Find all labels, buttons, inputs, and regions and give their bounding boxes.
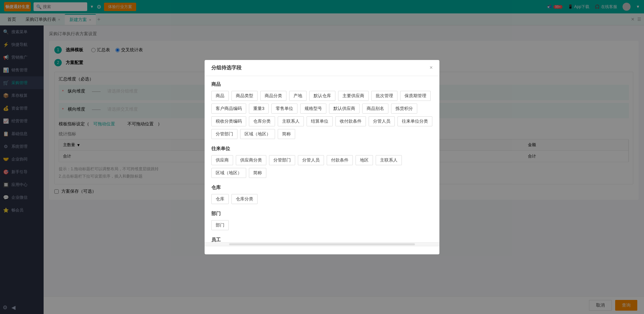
field-tag-partner-person[interactable]: 分管人员 bbox=[298, 155, 324, 165]
field-tag-partner-abbr[interactable]: 简称 bbox=[249, 168, 266, 178]
section-warehouse-title: 仓库 bbox=[211, 185, 433, 191]
section-dept-title: 部门 bbox=[211, 211, 433, 217]
field-tag-customer-code[interactable]: 客户商品编码 bbox=[211, 104, 246, 114]
modal-hscroll[interactable] bbox=[205, 242, 439, 246]
section-warehouse: 仓库 仓库 仓库分类 bbox=[211, 185, 433, 204]
field-select-modal: 分组待选字段 × 商品 商品 商品类型 商品分类 产地 默认仓库 主要供应商 批… bbox=[205, 60, 439, 254]
field-tag-partner-payment[interactable]: 付款条件 bbox=[327, 155, 353, 165]
section-partner-tags: 供应商 供应商分类 分管部门 分管人员 付款条件 地区 主联系人 区域（地区） … bbox=[211, 155, 433, 178]
field-tag-region[interactable]: 区域（地区） bbox=[240, 129, 275, 139]
field-tag-spec-model[interactable]: 规格型号 bbox=[300, 104, 326, 114]
field-tag-manager[interactable]: 分管人员 bbox=[369, 116, 395, 126]
section-partner-title: 往来单位 bbox=[211, 146, 433, 152]
field-tag-warehouse-category[interactable]: 仓库分类 bbox=[249, 116, 275, 126]
field-tag-warehouse[interactable]: 仓库 bbox=[211, 194, 229, 204]
section-employee-title: 员工 bbox=[211, 237, 433, 243]
field-tag-default-supplier[interactable]: 默认供应商 bbox=[329, 104, 360, 114]
section-goods-tags: 商品 商品类型 商品分类 产地 默认仓库 主要供应商 批次管理 保质期管理 客户… bbox=[211, 91, 433, 139]
field-tag-abbr[interactable]: 简称 bbox=[278, 129, 295, 139]
field-tag-supplier-category[interactable]: 供应商分类 bbox=[236, 155, 266, 165]
modal-body: 商品 商品 商品类型 商品分类 产地 默认仓库 主要供应商 批次管理 保质期管理… bbox=[205, 76, 439, 243]
field-tag-shelf-life[interactable]: 保质期管理 bbox=[400, 91, 431, 101]
field-tag-dept[interactable]: 部门 bbox=[211, 220, 229, 230]
field-tag-payment-terms[interactable]: 收付款条件 bbox=[335, 116, 366, 126]
modal-footer bbox=[205, 246, 439, 254]
field-tag-tax-code[interactable]: 税收分类编码 bbox=[211, 116, 246, 126]
field-tag-partner-dept[interactable]: 分管部门 bbox=[269, 155, 295, 165]
modal-header: 分组待选字段 × bbox=[205, 60, 439, 76]
field-tag-batch-manage[interactable]: 批次管理 bbox=[371, 91, 397, 101]
field-tag-warehouse-cat[interactable]: 仓库分类 bbox=[231, 194, 258, 204]
field-tag-partner-category[interactable]: 往来单位分类 bbox=[397, 116, 432, 126]
modal-title: 分组待选字段 bbox=[211, 65, 241, 71]
hscroll-bar bbox=[229, 243, 415, 245]
field-tag-origin[interactable]: 产地 bbox=[289, 91, 307, 101]
section-partner: 往来单位 供应商 供应商分类 分管部门 分管人员 付款条件 地区 主联系人 区域… bbox=[211, 146, 433, 178]
field-tag-retail-unit[interactable]: 零售单位 bbox=[271, 104, 298, 114]
field-tag-partner-region[interactable]: 区域（地区） bbox=[211, 168, 246, 178]
section-goods-title: 商品 bbox=[211, 81, 433, 87]
section-employee: 员工 业务员 bbox=[211, 237, 433, 243]
field-tag-pick-score[interactable]: 拣货积分 bbox=[391, 104, 417, 114]
field-tag-partner-contact[interactable]: 主联系人 bbox=[376, 155, 402, 165]
modal-close-btn[interactable]: × bbox=[430, 65, 433, 71]
field-tag-dept-in-charge[interactable]: 分管部门 bbox=[211, 129, 237, 139]
field-tag-goods-type[interactable]: 商品类型 bbox=[231, 91, 258, 101]
field-tag-partner-area[interactable]: 地区 bbox=[356, 155, 373, 165]
modal-overlay: 分组待选字段 × 商品 商品 商品类型 商品分类 产地 默认仓库 主要供应商 批… bbox=[0, 0, 644, 314]
field-tag-main-contact[interactable]: 主联系人 bbox=[278, 116, 304, 126]
section-dept: 部门 部门 bbox=[211, 211, 433, 230]
field-tag-default-warehouse[interactable]: 默认仓库 bbox=[309, 91, 335, 101]
field-tag-supplier[interactable]: 供应商 bbox=[211, 155, 233, 165]
field-tag-weight3[interactable]: 重量3 bbox=[249, 104, 269, 114]
section-goods: 商品 商品 商品类型 商品分类 产地 默认仓库 主要供应商 批次管理 保质期管理… bbox=[211, 81, 433, 139]
field-tag-goods[interactable]: 商品 bbox=[211, 91, 229, 101]
field-tag-main-supplier[interactable]: 主要供应商 bbox=[338, 91, 369, 101]
field-tag-goods-category[interactable]: 商品分类 bbox=[260, 91, 286, 101]
field-tag-goods-alias[interactable]: 商品别名 bbox=[362, 104, 388, 114]
field-tag-settlement-unit[interactable]: 结算单位 bbox=[307, 116, 333, 126]
section-dept-tags: 部门 bbox=[211, 220, 433, 230]
section-warehouse-tags: 仓库 仓库分类 bbox=[211, 194, 433, 204]
